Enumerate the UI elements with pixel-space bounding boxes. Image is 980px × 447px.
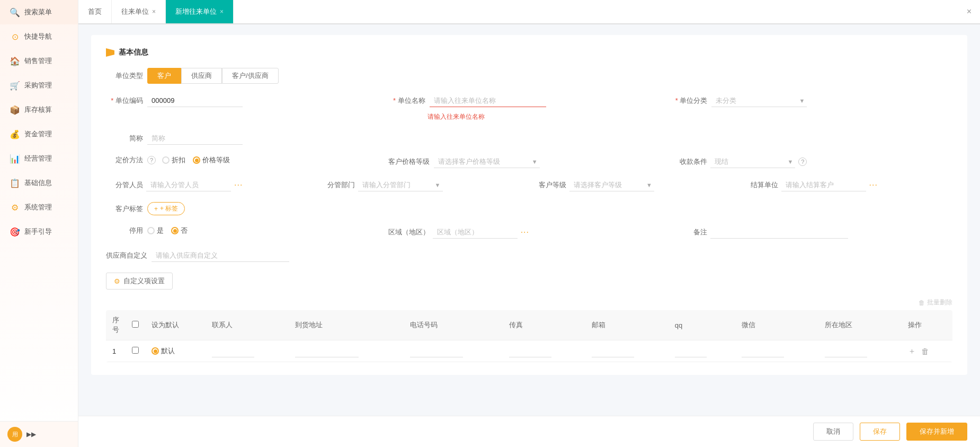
table-body: 1 默认 (106, 340, 952, 362)
unit-category-select[interactable]: 未分类 ▼ (711, 94, 807, 107)
unit-code-input[interactable] (147, 94, 243, 107)
unit-name-field: 单位名称 请输入往来单位名称 (388, 94, 671, 121)
row-phone (404, 340, 503, 362)
custom-settings-button[interactable]: ⚙ 自定义项设置 (106, 273, 173, 290)
disabled-yes-radio[interactable] (147, 227, 155, 234)
select-all-checkbox[interactable] (132, 321, 139, 328)
default-radio[interactable] (152, 347, 159, 355)
payment-help-icon[interactable]: ? (798, 157, 807, 166)
wechat-input[interactable] (742, 345, 784, 357)
save-new-button[interactable]: 保存并新增 (906, 423, 967, 441)
sidebar-item-sales[interactable]: 🏠 销售管理 (0, 49, 78, 73)
col-contact: 联系人 (206, 310, 289, 340)
pricing-level-label: 价格等级 (202, 155, 230, 165)
short-name-field: 简称 (106, 132, 952, 145)
default-radio-option[interactable]: 默认 (152, 346, 199, 356)
manager-more-btn[interactable]: ··· (234, 180, 243, 190)
pricing-discount-radio[interactable] (162, 156, 170, 164)
phone-input[interactable] (410, 345, 463, 357)
tab-partners[interactable]: 往来单位 × (112, 0, 166, 23)
unit-type-supplier[interactable]: 供应商 (181, 68, 222, 84)
tab-home[interactable]: 首页 (78, 0, 112, 23)
sidebar-item-basic[interactable]: 📋 基础信息 (0, 171, 78, 195)
qq-input[interactable] (675, 345, 707, 357)
department-dropdown[interactable]: 请输入分管部门 (358, 179, 443, 191)
disabled-no-option[interactable]: 否 (171, 226, 188, 235)
short-name-input[interactable] (147, 132, 243, 145)
remark-label: 备注 (670, 227, 707, 237)
row-address (289, 340, 404, 362)
fax-input[interactable] (509, 345, 551, 357)
contact-input[interactable] (212, 345, 254, 357)
form-footer: 取消 保存 保存并新增 (78, 416, 980, 447)
tab-partners-label: 往来单位 (121, 7, 149, 16)
tab-new-partner-close[interactable]: × (220, 8, 224, 15)
pricing-discount-option[interactable]: 折扣 (162, 155, 185, 165)
sidebar-label-finance: 资金管理 (24, 129, 52, 139)
sidebar-item-search[interactable]: 🔍 搜索菜单 (0, 0, 78, 24)
row-checkbox[interactable] (132, 347, 139, 354)
add-tag-button[interactable]: + + 标签 (147, 202, 185, 215)
customer-level-select[interactable]: 请选择客户等级 ▼ (569, 179, 654, 191)
pricing-level-radio[interactable] (193, 156, 200, 164)
region-more-btn[interactable]: ··· (521, 227, 529, 237)
sidebar-label-purchase: 采购管理 (24, 81, 52, 90)
unit-name-input[interactable] (430, 94, 546, 107)
payment-terms-dropdown[interactable]: 现结 (710, 155, 795, 168)
tag-btn-label: + 标签 (160, 204, 178, 213)
main-close-button[interactable]: × (958, 7, 980, 16)
sidebar-item-inventory[interactable]: 📦 库存核算 (0, 98, 78, 122)
sidebar-item-purchase[interactable]: 🛒 采购管理 (0, 73, 78, 98)
customer-price-level-field: 客户价格等级 请选择客户价格等级 ▼ (388, 155, 671, 168)
tab-new-partner[interactable]: 新增往来单位 × (166, 0, 234, 23)
disabled-yes-label: 是 (157, 226, 164, 235)
customer-tag-label: 客户标签 (106, 204, 143, 214)
code-name-row: 单位编码 单位名称 请输入往来单位名称 单位分类 未分类 (106, 94, 952, 121)
sidebar-item-operations[interactable]: 📊 经营管理 (0, 146, 78, 171)
manager-input[interactable] (146, 179, 231, 191)
supplier-custom-input[interactable] (152, 249, 289, 262)
disabled-no-radio[interactable] (171, 227, 179, 234)
email-input[interactable] (592, 345, 634, 357)
default-radio-label: 默认 (161, 346, 175, 356)
row-region-input[interactable] (825, 345, 867, 357)
unit-name-error: 请输入往来单位名称 (427, 112, 485, 121)
unit-type-field: 单位类型 客户 供应商 客户/供应商 (106, 68, 952, 84)
tab-partners-close[interactable]: × (152, 8, 156, 15)
customer-price-level-select[interactable]: 请选择客户价格等级 ▼ (434, 155, 540, 168)
sidebar-item-guide[interactable]: 🎯 新手引导 (0, 220, 78, 244)
customer-price-level-dropdown[interactable]: 请选择客户价格等级 (434, 155, 540, 168)
sidebar-item-quick-nav[interactable]: ⊙ 快捷导航 (0, 24, 78, 49)
sidebar-item-finance[interactable]: 💰 资金管理 (0, 122, 78, 146)
department-select[interactable]: 请输入分管部门 ▼ (358, 179, 443, 191)
payment-terms-label: 收款条件 (670, 157, 707, 166)
region-input[interactable] (433, 226, 518, 239)
sidebar: 🔍 搜索菜单 ⊙ 快捷导航 🏠 销售管理 🛒 采购管理 📦 库存核算 💰 资金管… (0, 0, 78, 447)
sidebar-item-system[interactable]: ⚙ 系统管理 (0, 195, 78, 220)
sidebar-label-system: 系统管理 (24, 203, 52, 212)
tab-new-partner-label: 新增往来单位 (175, 7, 217, 16)
remark-input[interactable] (710, 226, 848, 239)
payment-terms-select[interactable]: 现结 ▼ (710, 155, 795, 168)
save-button[interactable]: 保存 (860, 423, 900, 441)
unit-name-label: 单位名称 (388, 96, 425, 106)
settlement-more-btn[interactable]: ··· (869, 180, 878, 190)
address-input[interactable] (295, 345, 359, 357)
cancel-button[interactable]: 取消 (813, 423, 853, 441)
add-row-icon[interactable]: ＋ (908, 346, 916, 356)
batch-delete-label: 批量删除 (927, 298, 952, 307)
finance-icon: 💰 (10, 129, 20, 139)
disabled-yes-option[interactable]: 是 (147, 226, 164, 235)
pricing-help-icon[interactable]: ? (147, 156, 156, 164)
unit-type-customer[interactable]: 客户 (147, 68, 181, 84)
delete-row-icon[interactable]: 🗑 (921, 347, 929, 356)
col-address: 到货地址 (289, 310, 404, 340)
remark-field: 备注 (670, 226, 952, 239)
sidebar-label-guide: 新手引导 (24, 227, 52, 236)
unit-category-dropdown[interactable]: 未分类 (711, 94, 807, 107)
pricing-level-option[interactable]: 价格等级 (193, 155, 230, 165)
customer-level-dropdown[interactable]: 请选择客户等级 (569, 179, 654, 191)
unit-type-both[interactable]: 客户/供应商 (222, 68, 279, 84)
customer-price-level-label: 客户价格等级 (388, 157, 430, 166)
settlement-unit-input[interactable] (781, 179, 866, 191)
